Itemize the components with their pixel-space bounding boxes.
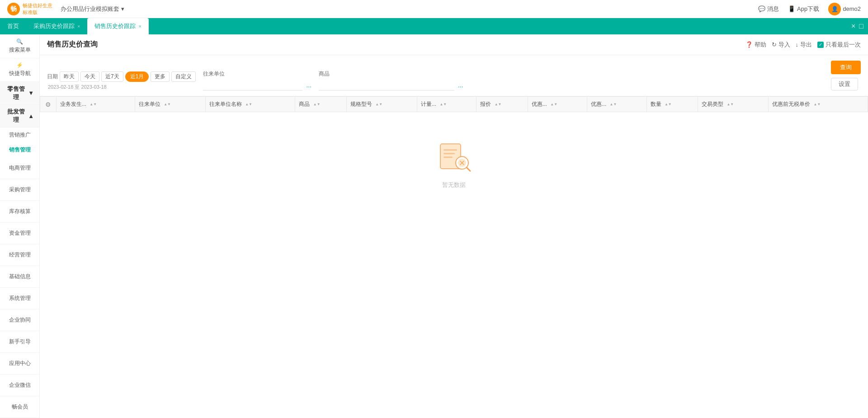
col-partner-code[interactable]: 往来单位 ▲▼	[135, 97, 205, 112]
user-menu[interactable]: 👤 demo2	[828, 3, 861, 15]
only-last-checkbox[interactable]: ✓ 只看最后一次	[817, 41, 861, 49]
date-btn-today[interactable]: 今天	[80, 71, 99, 82]
tab-purchase-history[interactable]: 采购历史价跟踪 ×	[26, 18, 87, 34]
sidebar-item-wholesale-manage[interactable]: 批发管理 ▲	[0, 105, 39, 128]
retail-collapse-icon: ▼	[28, 90, 34, 96]
date-btn-last7[interactable]: 近7天	[101, 71, 123, 82]
sidebar-item-search-menu[interactable]: 🔍 搜索菜单	[0, 34, 39, 58]
page-header: 销售历史价查询 ❓ 帮助 ↻ 导入 ↓ 导出 ✓	[40, 34, 868, 55]
avatar: 👤	[828, 3, 841, 15]
col-biz-date[interactable]: 业务发生... ▲▼	[57, 97, 135, 112]
col-discount2[interactable]: 优惠... ▲▼	[587, 97, 646, 112]
date-btn-more[interactable]: 更多	[151, 71, 170, 82]
page-title: 销售历史价查询	[47, 40, 98, 49]
table-header-row: ⚙ 业务发生... ▲▼ 往来单位 ▲▼ 往来单位名称	[40, 97, 868, 112]
nav-selector[interactable]: 办公用品行业模拟账套 ▾	[57, 3, 128, 15]
export-icon: ↓	[796, 41, 799, 48]
query-btn[interactable]: 查询	[831, 61, 861, 74]
sidebar: 🔍 搜索菜单 ⚡ 快捷导航 零售管理 ▼ 批发管理 ▲ 营销推广 销售管理 电商…	[0, 34, 40, 418]
checkbox-icon: ✓	[817, 42, 824, 48]
sort-icon-biz-date: ▲▼	[90, 103, 97, 106]
import-btn[interactable]: ↻ 导入	[772, 41, 790, 49]
tab-spacer	[149, 18, 847, 34]
col-pretax-price[interactable]: 优惠前无税单价 ▲▼	[769, 97, 868, 112]
col-partner-name[interactable]: 往来单位名称 ▲▼	[205, 97, 295, 112]
empty-state: 暂无数据	[40, 112, 868, 216]
sidebar-item-new-guide[interactable]: 新手引导	[0, 331, 39, 353]
app-download-btn[interactable]: 📱 App下载	[788, 5, 819, 13]
import-icon: ↻	[772, 41, 777, 48]
col-spec[interactable]: 规格型号 ▲▼	[346, 97, 417, 112]
sort-icon-quantity: ▲▼	[665, 103, 672, 106]
svg-rect-1	[443, 149, 457, 151]
svg-line-6	[467, 167, 470, 171]
partner-dots[interactable]: ...	[306, 81, 311, 89]
sidebar-item-operations[interactable]: 经营管理	[0, 244, 39, 266]
goods-dots[interactable]: ...	[458, 81, 463, 89]
sidebar-item-member[interactable]: 畅会员	[0, 396, 39, 418]
col-quote[interactable]: 报价 ▲▼	[476, 97, 528, 112]
content-area: 销售历史价查询 ❓ 帮助 ↻ 导入 ↓ 导出 ✓	[40, 34, 868, 418]
date-btn-custom[interactable]: 自定义	[171, 71, 196, 82]
col-unit[interactable]: 计量... ▲▼	[417, 97, 476, 112]
sidebar-item-basic-info[interactable]: 基础信息	[0, 266, 39, 288]
sidebar-item-quick-nav[interactable]: ⚡ 快捷导航	[0, 58, 39, 82]
sidebar-item-enterprise-wechat[interactable]: 企业微信	[0, 375, 39, 396]
close-window-btn[interactable]: ×	[851, 23, 855, 30]
date-btn-last1month[interactable]: 近1月	[125, 71, 149, 82]
sidebar-item-finance[interactable]: 资金管理	[0, 223, 39, 244]
help-btn[interactable]: ❓ 帮助	[745, 41, 766, 49]
main-layout: 🔍 搜索菜单 ⚡ 快捷导航 零售管理 ▼ 批发管理 ▲ 营销推广 销售管理 电商…	[0, 34, 868, 418]
partner-input-row: ...	[203, 80, 311, 90]
date-btn-yesterday[interactable]: 昨天	[60, 71, 79, 82]
tab-sales-history[interactable]: 销售历史价跟踪 ×	[87, 18, 148, 34]
close-tab-purchase[interactable]: ×	[77, 24, 80, 29]
sort-icon-unit: ▲▼	[439, 103, 447, 106]
sidebar-item-marketing[interactable]: 营销推广	[0, 128, 39, 142]
top-bar-left: 畅 畅捷信好生意 标准版 办公用品行业模拟账套 ▾	[7, 2, 128, 15]
sidebar-item-ecommerce[interactable]: 电商管理	[0, 157, 39, 179]
filter-bar: 日期 昨天 今天 近7天 近1月 更多 自定义 2023-02-18 至 202…	[40, 55, 868, 96]
sort-icon-quote: ▲▼	[495, 103, 502, 106]
tab-bar: 首页 采购历史价跟踪 × 销售历史价跟踪 × × □	[0, 18, 868, 34]
sidebar-item-inventory[interactable]: 库存核算	[0, 201, 39, 223]
col-discount1[interactable]: 优惠... ▲▼	[528, 97, 587, 112]
top-bar-right: 💬 消息 📱 App下载 👤 demo2	[758, 3, 861, 15]
table-header: ⚙ 业务发生... ▲▼ 往来单位 ▲▼ 往来单位名称	[40, 97, 868, 112]
help-icon: ❓	[745, 41, 753, 48]
message-icon: 💬	[758, 5, 765, 12]
top-bar: 畅 畅捷信好生意 标准版 办公用品行业模拟账套 ▾ 💬 消息 📱 App下载 👤…	[0, 0, 868, 18]
sort-icon-discount1: ▲▼	[550, 103, 557, 106]
sidebar-item-retail-manage[interactable]: 零售管理 ▼	[0, 82, 39, 104]
partner-label: 往来单位	[203, 70, 311, 78]
sidebar-item-purchase[interactable]: 采购管理	[0, 179, 39, 201]
sidebar-item-enterprise[interactable]: 企业协同	[0, 309, 39, 331]
export-btn[interactable]: ↓ 导出	[796, 41, 812, 49]
goods-input[interactable]	[319, 80, 454, 90]
empty-icon	[431, 139, 476, 176]
sort-icon-partner-code: ▲▼	[164, 103, 171, 106]
date-filter: 日期 昨天 今天 近7天 近1月 更多 自定义 2023-02-18 至 202…	[47, 71, 196, 90]
page-header-actions: ❓ 帮助 ↻ 导入 ↓ 导出 ✓ 只看最后一次	[745, 41, 861, 49]
message-btn[interactable]: 💬 消息	[758, 5, 779, 13]
logo-text: 畅捷信好生意 标准版	[23, 2, 52, 15]
phone-icon: 📱	[788, 5, 795, 12]
date-buttons: 日期 昨天 今天 近7天 近1月 更多 自定义	[47, 71, 196, 82]
logo-icon: 畅	[7, 3, 20, 15]
close-tab-sales[interactable]: ×	[138, 24, 141, 29]
page-content: 销售历史价查询 ❓ 帮助 ↻ 导入 ↓ 导出 ✓	[40, 34, 868, 418]
maximize-window-btn[interactable]: □	[859, 23, 863, 30]
col-trade-type[interactable]: 交易类型 ▲▼	[698, 97, 769, 112]
tab-home[interactable]: 首页	[0, 18, 26, 34]
partner-input[interactable]	[203, 80, 302, 90]
col-quantity[interactable]: 数量 ▲▼	[646, 97, 698, 112]
sidebar-item-system[interactable]: 系统管理	[0, 288, 39, 309]
settings-btn[interactable]: 设置	[831, 78, 858, 90]
sort-icon-goods: ▲▼	[313, 103, 321, 106]
quick-nav-icon: ⚡	[16, 62, 23, 68]
column-settings-icon[interactable]: ⚙	[45, 101, 51, 108]
partner-filter: 往来单位 ...	[203, 70, 311, 90]
sidebar-item-app-center[interactable]: 应用中心	[0, 353, 39, 375]
col-goods[interactable]: 商品 ▲▼	[295, 97, 347, 112]
sidebar-item-sales-manage[interactable]: 销售管理	[0, 142, 39, 157]
